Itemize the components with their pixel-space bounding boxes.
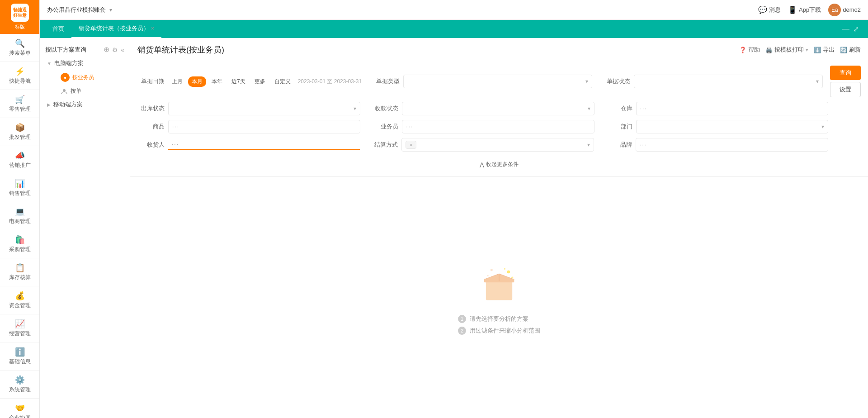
sidebar-item-label: 销售管理 — [9, 190, 31, 197]
dept-select[interactable]: ▾ — [636, 120, 828, 133]
tree-item-by-order[interactable]: 按单 — [40, 85, 130, 98]
doc-type-arrow: ▾ — [585, 78, 588, 85]
date-label: 单据日期 — [137, 77, 165, 86]
doc-type-select[interactable]: ▾ — [403, 75, 592, 88]
out-status-arrow: ▾ — [354, 105, 356, 112]
svg-point-7 — [487, 275, 488, 276]
template-print-btn[interactable]: 🖨️ 按模板打印 ▾ — [765, 46, 808, 54]
sidebar-item-system[interactable]: ⚙️ 系统管理 — [0, 370, 39, 399]
warehouse-select[interactable]: ··· — [636, 102, 828, 115]
doc-status-select[interactable]: ▾ — [634, 75, 823, 88]
tabs-bar: 首页 销货单统计表（按业务员） × — ⤢ — [40, 20, 868, 38]
filter-row-1: 单据日期 上月 本月 本年 近7天 更多 自定义 2023-03-01 至 20… — [137, 66, 861, 97]
logo-label: 标版 — [15, 24, 25, 30]
tab-minimize-icon[interactable]: — — [842, 25, 849, 33]
username-label: demo2 — [843, 6, 861, 13]
tab-home[interactable]: 首页 — [45, 20, 71, 38]
sidebar-item-label: 批发管理 — [9, 133, 31, 141]
tab-active-label: 销货单统计表（按业务员） — [79, 24, 149, 33]
refresh-btn[interactable]: 🔄 刷新 — [840, 46, 861, 54]
consignee-label: 收货人 — [137, 141, 165, 149]
warehouse-dots: ··· — [640, 105, 647, 112]
sidebar-item-label: 经营管理 — [9, 330, 31, 337]
sidebar-item-retail[interactable]: 🛒 零售管理 — [0, 90, 39, 118]
sidebar-item-finance[interactable]: 💰 资金管理 — [0, 286, 39, 314]
date-btn-this-month[interactable]: 本月 — [188, 76, 206, 87]
sidebar-item-label: 资金管理 — [9, 302, 31, 309]
sidebar-item-sales[interactable]: 📊 销售管理 — [0, 174, 39, 202]
search-icon: 🔍 — [15, 38, 25, 48]
tree-section-pc[interactable]: ▼ 电脑端方案 — [40, 57, 130, 70]
date-btn-more[interactable]: 更多 — [251, 76, 269, 87]
finance-icon: 💰 — [15, 291, 25, 301]
sidebar-item-enterprise[interactable]: 🤝 企业协同 — [0, 399, 39, 418]
date-btn-custom[interactable]: 自定义 — [271, 76, 294, 87]
sidebar-item-label: 库存核算 — [9, 274, 31, 281]
inventory-icon: 📋 — [15, 263, 25, 273]
sidebar-item-search[interactable]: 🔍 搜索菜单 — [0, 34, 39, 62]
sidebar-item-quick-nav[interactable]: ⚡ 快捷导航 — [0, 62, 39, 90]
staff-select[interactable]: ··· — [402, 120, 594, 133]
app-download-btn[interactable]: 📱 App下载 — [788, 5, 821, 14]
tab-active[interactable]: 销货单统计表（按业务员） × — [71, 20, 161, 38]
tree-section-mobile[interactable]: ▶ 移动端方案 — [40, 98, 130, 111]
query-button[interactable]: 查询 — [830, 66, 861, 80]
receipt-status-select[interactable]: ▾ — [402, 102, 594, 115]
topbar: 办公用品行业模拟账套 ▾ 💬 消息 📱 App下载 Ea demo2 — [40, 0, 868, 20]
date-range-text: 2023-03-01 至 2023-03-31 — [298, 78, 362, 86]
page-title: 销货单统计表(按业务员) — [137, 44, 224, 55]
sidebar-item-label: 营销推广 — [9, 162, 31, 169]
collapse-panel-icon[interactable]: « — [121, 46, 124, 53]
tip-1-text: 请先选择要分析的方案 — [470, 315, 528, 323]
sidebar-item-operation[interactable]: 📈 经营管理 — [0, 314, 39, 342]
user-area[interactable]: Ea demo2 — [828, 4, 861, 16]
sidebar-item-label: 采购管理 — [9, 246, 31, 253]
out-status-select[interactable]: ▾ — [168, 102, 360, 115]
topbar-dropdown-icon[interactable]: ▾ — [109, 7, 112, 13]
sidebar-item-label: 零售管理 — [9, 105, 31, 113]
date-btn-7days[interactable]: 近7天 — [228, 76, 249, 87]
staff-label: 业务员 — [371, 123, 398, 131]
payment-label: 结算方式 — [371, 141, 398, 149]
help-icon: ❓ — [739, 47, 746, 53]
settings-button[interactable]: 设置 — [830, 82, 861, 97]
consignee-dots: ··· — [172, 141, 179, 147]
sidebar-item-ecommerce[interactable]: 💻 电商管理 — [0, 202, 39, 230]
help-label: 帮助 — [748, 46, 760, 54]
collapse-filters-btn[interactable]: ⋀ 收起更多条件 — [477, 158, 521, 171]
sidebar-item-inventory[interactable]: 📋 库存核算 — [0, 258, 39, 286]
svg-point-6 — [491, 269, 493, 271]
empty-box-icon — [476, 261, 522, 306]
consignee-input[interactable]: ··· — [168, 139, 360, 150]
warehouse-label: 仓库 — [605, 104, 632, 113]
payment-select[interactable]: × ▾ — [401, 138, 594, 152]
message-icon: 💬 — [758, 5, 767, 14]
payment-arrow: ▾ — [587, 142, 590, 148]
payment-tag-close[interactable]: × — [410, 142, 412, 147]
tab-maximize-icon[interactable]: ⤢ — [853, 25, 859, 33]
date-btn-this-year[interactable]: 本年 — [208, 76, 226, 87]
collapse-up-icon: ⋀ — [480, 162, 484, 168]
brand-select[interactable]: ··· — [636, 138, 828, 152]
right-panel: 销货单统计表(按业务员) ❓ 帮助 🖨️ 按模板打印 ▾ ⬇️ 导出 — [130, 38, 868, 418]
topbar-title: 办公用品行业模拟账套 — [47, 6, 106, 14]
staff-scheme-icon: ● — [61, 73, 70, 82]
date-btn-last-month[interactable]: 上月 — [168, 76, 186, 87]
goods-select[interactable]: ··· — [168, 120, 360, 133]
title-actions: ❓ 帮助 🖨️ 按模板打印 ▾ ⬇️ 导出 🔄 刷新 — [739, 46, 861, 54]
messages-btn[interactable]: 💬 消息 — [758, 5, 781, 14]
sidebar-item-marketing[interactable]: 📣 营销推广 — [0, 146, 39, 174]
sidebar-item-wholesale[interactable]: 📦 批发管理 — [0, 118, 39, 146]
add-scheme-icon[interactable]: ⊕ — [104, 45, 109, 54]
help-btn[interactable]: ❓ 帮助 — [739, 46, 760, 54]
export-btn[interactable]: ⬇️ 导出 — [814, 46, 835, 54]
tab-close-icon[interactable]: × — [151, 25, 154, 32]
sidebar-item-purchase[interactable]: 🛍️ 采购管理 — [0, 230, 39, 258]
quicknav-icon: ⚡ — [15, 66, 25, 76]
tree-item-by-staff[interactable]: ● 按业务员 — [40, 70, 130, 85]
sidebar-nav: 🔍 搜索菜单 ⚡ 快捷导航 🛒 零售管理 📦 批发管理 📣 营销推广 📊 销售管… — [0, 34, 39, 418]
system-icon: ⚙️ — [15, 375, 25, 385]
doc-status-label: 单据状态 — [603, 77, 630, 86]
settings-scheme-icon[interactable]: ⚙ — [112, 46, 118, 53]
sidebar-item-basic-info[interactable]: ℹ️ 基础信息 — [0, 342, 39, 370]
